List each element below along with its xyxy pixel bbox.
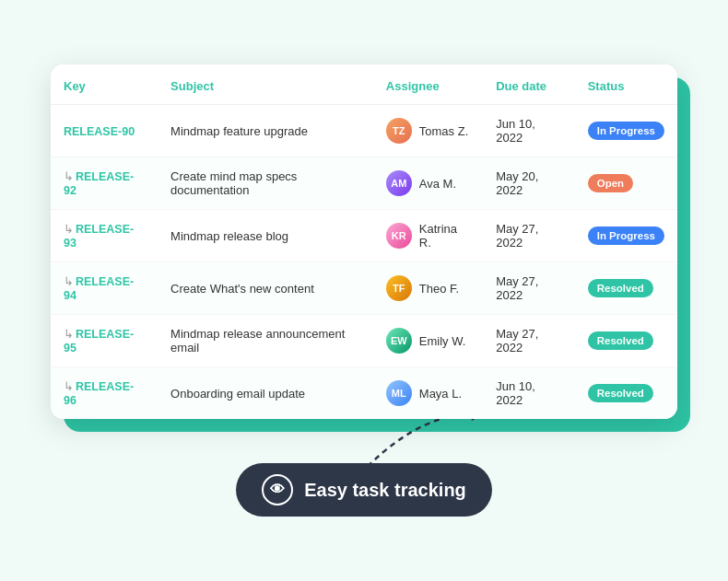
sub-icon: ↳ bbox=[64, 222, 74, 236]
cell-subject: Mindmap release announcement email bbox=[158, 315, 373, 367]
cell-status: Resolved bbox=[575, 262, 677, 315]
cell-assignee: KR Katrina R. bbox=[373, 210, 483, 262]
key-link[interactable]: RELEASE-96 bbox=[64, 380, 134, 407]
status-badge: Resolved bbox=[588, 384, 653, 402]
cell-due-date: May 20, 2022 bbox=[483, 157, 575, 210]
cell-assignee: ML Maya L. bbox=[373, 367, 483, 420]
cell-key: RELEASE-90 bbox=[51, 105, 158, 157]
cell-due-date: Jun 10, 2022 bbox=[483, 367, 575, 420]
avatar: EW bbox=[386, 328, 412, 354]
avatar: KR bbox=[386, 223, 412, 249]
cell-key: ↳RELEASE-93 bbox=[51, 210, 158, 262]
cell-status: In Progress bbox=[575, 105, 677, 157]
bottom-area: 👁 Easy task tracking bbox=[236, 463, 492, 517]
sub-icon: ↳ bbox=[64, 379, 74, 393]
assignee-cell: TF Theo F. bbox=[386, 275, 470, 301]
cell-assignee: EW Emily W. bbox=[373, 315, 483, 367]
cell-assignee: AM Ava M. bbox=[373, 157, 483, 210]
eye-icon: 👁 bbox=[262, 474, 293, 505]
table-header: Key Subject Assignee Due date Status bbox=[51, 64, 677, 105]
key-link[interactable]: RELEASE-95 bbox=[64, 328, 134, 354]
assignee-cell: AM Ava M. bbox=[386, 170, 470, 196]
assignee-cell: TZ Tomas Z. bbox=[386, 118, 470, 144]
key-link[interactable]: RELEASE-92 bbox=[64, 170, 134, 197]
col-key: Key bbox=[51, 64, 158, 105]
task-card: Key Subject Assignee Due date Status REL… bbox=[51, 64, 677, 419]
avatar: ML bbox=[386, 380, 412, 406]
sub-icon: ↳ bbox=[64, 169, 74, 183]
cell-key: ↳RELEASE-95 bbox=[51, 315, 158, 367]
key-link[interactable]: RELEASE-93 bbox=[64, 223, 134, 250]
main-container: Key Subject Assignee Due date Status REL… bbox=[51, 64, 677, 419]
status-badge: Resolved bbox=[588, 331, 653, 350]
table-row: RELEASE-90Mindmap feature upgrade TZ Tom… bbox=[51, 105, 677, 157]
cell-key: ↳RELEASE-96 bbox=[51, 367, 158, 420]
assignee-cell: EW Emily W. bbox=[386, 328, 470, 354]
cell-due-date: May 27, 2022 bbox=[483, 210, 575, 262]
cell-assignee: TZ Tomas Z. bbox=[373, 105, 483, 157]
cell-due-date: May 27, 2022 bbox=[483, 315, 575, 367]
task-table: Key Subject Assignee Due date Status REL… bbox=[51, 64, 677, 419]
cell-assignee: TF Theo F. bbox=[373, 262, 483, 315]
cell-subject: Create mind map specs documentation bbox=[158, 157, 373, 210]
key-link[interactable]: RELEASE-94 bbox=[64, 275, 134, 302]
status-badge: In Progress bbox=[588, 227, 664, 245]
table-row: ↳RELEASE-93Mindmap release blog KR Katri… bbox=[51, 210, 677, 262]
col-assignee: Assignee bbox=[373, 64, 483, 105]
cell-status: In Progress bbox=[575, 210, 677, 262]
col-subject: Subject bbox=[158, 64, 373, 105]
assignee-cell: ML Maya L. bbox=[386, 380, 470, 406]
label-pill: 👁 Easy task tracking bbox=[236, 463, 492, 517]
table-row: ↳RELEASE-96Onboarding email update ML Ma… bbox=[51, 367, 677, 420]
label-text: Easy task tracking bbox=[304, 480, 466, 501]
cell-subject: Mindmap release blog bbox=[158, 210, 373, 262]
sub-icon: ↳ bbox=[64, 327, 74, 341]
cell-key: ↳RELEASE-92 bbox=[51, 157, 158, 210]
table-row: ↳RELEASE-92Create mind map specs documen… bbox=[51, 157, 677, 210]
cell-subject: Onboarding email update bbox=[158, 367, 373, 420]
status-badge: In Progress bbox=[588, 122, 664, 140]
status-badge: Resolved bbox=[588, 279, 653, 297]
cell-key: ↳RELEASE-94 bbox=[51, 262, 158, 315]
col-status: Status bbox=[575, 64, 677, 105]
assignee-name: Ava M. bbox=[419, 177, 456, 191]
cell-status: Resolved bbox=[575, 315, 677, 367]
key-link[interactable]: RELEASE-90 bbox=[64, 125, 135, 138]
avatar: AM bbox=[386, 170, 412, 196]
cell-subject: Mindmap feature upgrade bbox=[158, 105, 373, 157]
cell-due-date: Jun 10, 2022 bbox=[483, 105, 575, 157]
avatar: TZ bbox=[386, 118, 412, 144]
table-row: ↳RELEASE-94Create What's new content TF … bbox=[51, 262, 677, 315]
cell-due-date: May 27, 2022 bbox=[483, 262, 575, 315]
status-badge: Open bbox=[588, 174, 633, 192]
assignee-name: Katrina R. bbox=[419, 222, 470, 250]
avatar: TF bbox=[386, 275, 412, 301]
assignee-name: Theo F. bbox=[419, 282, 459, 296]
cell-status: Resolved bbox=[575, 367, 677, 420]
table-body: RELEASE-90Mindmap feature upgrade TZ Tom… bbox=[51, 105, 677, 420]
cell-subject: Create What's new content bbox=[158, 262, 373, 315]
cell-status: Open bbox=[575, 157, 677, 210]
assignee-name: Tomas Z. bbox=[419, 124, 468, 138]
table-row: ↳RELEASE-95Mindmap release announcement … bbox=[51, 315, 677, 367]
assignee-cell: KR Katrina R. bbox=[386, 222, 470, 250]
col-due-date: Due date bbox=[483, 64, 575, 105]
assignee-name: Maya L. bbox=[419, 387, 462, 401]
sub-icon: ↳ bbox=[64, 274, 74, 288]
assignee-name: Emily W. bbox=[419, 334, 466, 348]
